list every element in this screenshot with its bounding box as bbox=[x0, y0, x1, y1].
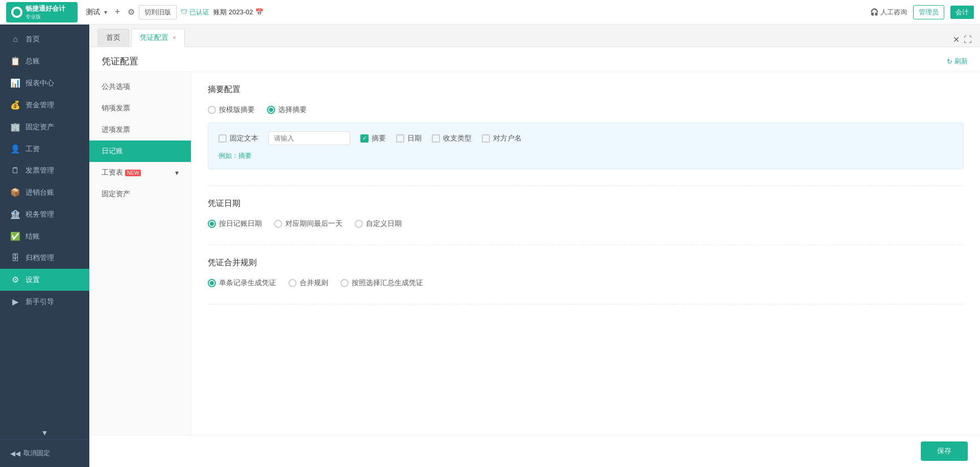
cancel-fixed-button[interactable]: ◀◀ 取消固定 bbox=[5, 445, 84, 462]
left-nav-item-payroll[interactable]: 工资表NEW▾ bbox=[89, 162, 191, 183]
add-workspace-button[interactable]: + bbox=[111, 7, 124, 17]
left-nav-item-fixed-assets[interactable]: 固定资产 bbox=[89, 183, 191, 205]
merge-radio-rule[interactable]: 合并规则 bbox=[288, 278, 328, 288]
merge-section: 凭证合并规则 单条记录生成凭证 合并规则 bbox=[208, 258, 964, 288]
sidebar-nav: ⌂ 首页 📋 总账 📊 报表中心 💰 资金管理 🏢 固定资产 👤 工资 🗒 发票… bbox=[0, 25, 89, 427]
tab-voucher-config[interactable]: 凭证配置 × bbox=[131, 29, 185, 47]
date-radio-journal-circle bbox=[208, 220, 216, 228]
close-button[interactable]: ✕ bbox=[953, 35, 960, 44]
merge-radio-single-label: 单条记录生成凭证 bbox=[219, 278, 276, 288]
example-prefix: 例如： bbox=[218, 152, 238, 159]
calendar-icon[interactable]: 📅 bbox=[255, 8, 263, 16]
merge-radio-single[interactable]: 单条记录生成凭证 bbox=[208, 278, 276, 288]
sidebar-icon-fixed-assets: 🏢 bbox=[10, 122, 20, 132]
tab-close-icon[interactable]: × bbox=[173, 34, 176, 41]
sidebar-item-salary[interactable]: 👤 工资 bbox=[0, 138, 89, 160]
left-nav-label-journal: 日记账 bbox=[102, 147, 123, 155]
admin-button[interactable]: 管理员 bbox=[913, 5, 944, 19]
fixed-text-checkbox[interactable]: 固定文本 bbox=[218, 134, 258, 143]
page-title: 凭证配置 bbox=[102, 55, 138, 67]
period-value: 2023-02 bbox=[229, 8, 253, 16]
merge-radio-select[interactable]: 按照选择汇总生成凭证 bbox=[340, 278, 423, 288]
page-header: 凭证配置 ↻ 刷新 bbox=[89, 47, 980, 72]
settings-icon[interactable]: ⚙ bbox=[128, 7, 135, 17]
topbar: 畅捷通好会计 专业版 测试 ▾ + ⚙ 切到旧版 🛡 已认证 账期 2023-0… bbox=[0, 0, 980, 25]
fixed-text-input[interactable] bbox=[268, 131, 350, 145]
chevron-down-icon-payroll: ▾ bbox=[175, 169, 179, 177]
summary-checkbox-label: 摘要 bbox=[372, 134, 386, 143]
sidebar-label-home: 首页 bbox=[26, 35, 40, 44]
period-info: 账期 2023-02 📅 bbox=[213, 8, 263, 17]
sidebar-item-report[interactable]: 📊 报表中心 bbox=[0, 72, 89, 94]
date-radio-last-day[interactable]: 对应期间最后一天 bbox=[274, 219, 342, 228]
sidebar-item-home[interactable]: ⌂ 首页 bbox=[0, 29, 89, 50]
left-nav-item-purchase-invoice[interactable]: 进项发票 bbox=[89, 119, 191, 141]
date-radio-journal[interactable]: 按日记账日期 bbox=[208, 219, 262, 228]
left-nav-item-sales-invoice[interactable]: 销项发票 bbox=[89, 98, 191, 119]
sidebar-item-fixed-assets[interactable]: 🏢 固定资产 bbox=[0, 116, 89, 138]
save-button[interactable]: 保存 bbox=[921, 441, 968, 461]
arrow-left-icon: ◀◀ bbox=[10, 450, 20, 457]
left-nav-item-public[interactable]: 公共选项 bbox=[89, 76, 191, 98]
new-badge-payroll: NEW bbox=[125, 170, 141, 176]
summary-radio-select[interactable]: 选择摘要 bbox=[267, 105, 307, 114]
summary-radio-template[interactable]: 按模版摘要 bbox=[208, 105, 255, 114]
refresh-icon: ↻ bbox=[947, 58, 952, 65]
divider-2 bbox=[208, 245, 964, 245]
left-nav-label-public: 公共选项 bbox=[102, 82, 130, 90]
date-radio-custom[interactable]: 自定义日期 bbox=[355, 219, 402, 228]
merge-radio-group: 单条记录生成凭证 合并规则 按照选择汇总生成凭证 bbox=[208, 278, 964, 288]
date-checkbox[interactable]: 日期 bbox=[396, 134, 422, 143]
sidebar-item-tax[interactable]: 🏦 税务管理 bbox=[0, 203, 89, 225]
right-content: 摘要配置 按模版摘要 选择摘要 bbox=[191, 72, 980, 435]
date-checkbox-label: 日期 bbox=[407, 134, 422, 143]
sidebar-item-settings[interactable]: ⚙ 设置 bbox=[0, 269, 89, 291]
sidebar-item-sales[interactable]: 📦 进销台账 bbox=[0, 181, 89, 203]
certified-label: 已认证 bbox=[189, 8, 209, 17]
counterpart-checkbox[interactable]: 对方户名 bbox=[482, 134, 522, 143]
sidebar-label-sales: 进销台账 bbox=[26, 188, 54, 197]
summary-radio-template-label: 按模版摘要 bbox=[219, 105, 255, 114]
tab-actions: ✕ ⛶ bbox=[953, 35, 972, 46]
summary-radio-select-label: 选择摘要 bbox=[278, 105, 307, 114]
sidebar-icon-invoice: 🗒 bbox=[10, 166, 20, 175]
date-checkbox-box bbox=[396, 134, 404, 143]
service-button[interactable]: 🎧 人工咨询 bbox=[870, 8, 907, 17]
left-nav-label-payroll: 工资表 bbox=[102, 168, 123, 177]
sidebar-scroll-down[interactable]: ▼ bbox=[0, 427, 89, 439]
sidebar-item-guide[interactable]: ▶ 新手引导 bbox=[0, 291, 89, 313]
sidebar-label-invoice: 发票管理 bbox=[26, 166, 54, 175]
sidebar-icon-tax: 🏦 bbox=[10, 209, 20, 219]
income-expense-checkbox[interactable]: 收支类型 bbox=[432, 134, 472, 143]
example-text: 例如：摘要 bbox=[218, 151, 953, 160]
service-label: 人工咨询 bbox=[880, 8, 907, 17]
logo-icon bbox=[11, 7, 22, 18]
company-name: 畅捷通好会计 bbox=[26, 4, 65, 13]
tab-home[interactable]: 首页 bbox=[97, 29, 129, 46]
sidebar-icon-ledger: 📋 bbox=[10, 56, 20, 66]
sidebar-item-invoice[interactable]: 🗒 发票管理 bbox=[0, 160, 89, 181]
workspace-dropdown-icon[interactable]: ▾ bbox=[104, 9, 107, 16]
expand-button[interactable]: ⛶ bbox=[964, 35, 972, 44]
sidebar-label-archive: 归档管理 bbox=[26, 253, 54, 263]
sidebar-label-settings: 设置 bbox=[26, 275, 40, 285]
summary-checkbox[interactable]: 摘要 bbox=[360, 134, 386, 143]
sidebar-icon-home: ⌂ bbox=[10, 35, 20, 44]
left-nav-item-journal[interactable]: 日记账 bbox=[89, 141, 191, 162]
accountant-button[interactable]: 会计 bbox=[950, 6, 974, 19]
sidebar-item-fund[interactable]: 💰 资金管理 bbox=[0, 94, 89, 116]
date-section-title: 凭证日期 bbox=[208, 198, 964, 209]
summary-radio-select-circle bbox=[267, 106, 275, 114]
sidebar-item-settle[interactable]: ✅ 结账 bbox=[0, 225, 89, 247]
refresh-button[interactable]: ↻ 刷新 bbox=[947, 57, 968, 66]
merge-radio-select-circle bbox=[340, 279, 349, 287]
sidebar-label-fund: 资金管理 bbox=[26, 101, 54, 110]
switch-old-button[interactable]: 切到旧版 bbox=[139, 5, 177, 19]
fixed-text-label: 固定文本 bbox=[230, 134, 258, 143]
counterpart-label: 对方户名 bbox=[493, 134, 522, 143]
income-expense-label: 收支类型 bbox=[443, 134, 472, 143]
sidebar-item-ledger[interactable]: 📋 总账 bbox=[0, 50, 89, 72]
date-radio-custom-label: 自定义日期 bbox=[366, 219, 402, 228]
sidebar-item-archive[interactable]: 🗄 归档管理 bbox=[0, 247, 89, 269]
main-layout: ⌂ 首页 📋 总账 📊 报表中心 💰 资金管理 🏢 固定资产 👤 工资 🗒 发票… bbox=[0, 25, 980, 467]
